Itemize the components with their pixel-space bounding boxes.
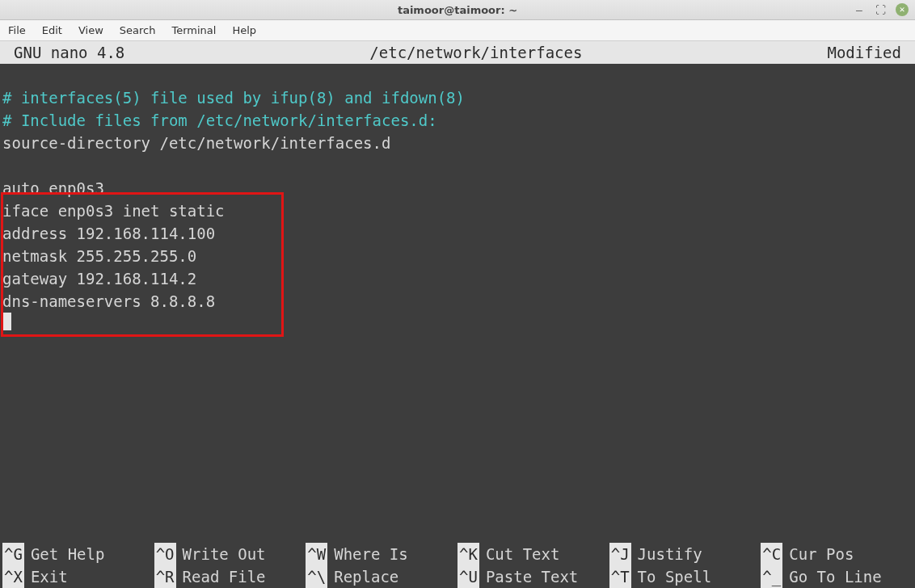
nano-app-title: GNU nano 4.8: [2, 41, 124, 64]
editor-content[interactable]: # interfaces(5) file used by ifup(8) and…: [0, 64, 915, 336]
window-titlebar: taimoor@taimoor: ~ – ⛶ ✕: [0, 0, 915, 20]
close-button[interactable]: ✕: [896, 3, 909, 16]
shortcut-read-file[interactable]: ^RRead File: [154, 565, 306, 588]
menu-view[interactable]: View: [78, 24, 103, 36]
comment-line: # Include files from /etc/network/interf…: [2, 111, 437, 129]
minimize-button[interactable]: –: [854, 4, 865, 15]
menu-terminal[interactable]: Terminal: [171, 24, 216, 36]
shortcut-to-spell[interactable]: ^TTo Spell: [609, 565, 761, 588]
nano-status: Modified: [827, 41, 913, 64]
menu-search[interactable]: Search: [120, 24, 156, 36]
config-line: iface enp0s3 inet static: [2, 202, 225, 220]
config-line: auto enp0s3: [2, 179, 104, 197]
shortcut-exit[interactable]: ^XExit: [2, 565, 154, 588]
shortcut-paste-text[interactable]: ^UPaste Text: [458, 565, 609, 588]
menu-help[interactable]: Help: [232, 24, 256, 36]
config-line: netmask 255.255.255.0: [2, 247, 196, 265]
config-line: source-directory /etc/network/interfaces…: [2, 134, 390, 152]
config-line: gateway 192.168.114.2: [2, 270, 196, 288]
shortcut-replace[interactable]: ^\Replace: [306, 565, 458, 588]
shortcut-row: ^XExit ^RRead File ^\Replace ^UPaste Tex…: [2, 565, 913, 588]
shortcut-cut-text[interactable]: ^KCut Text: [458, 543, 609, 565]
window-title: taimoor@taimoor: ~: [398, 4, 517, 16]
shortcut-where-is[interactable]: ^WWhere Is: [306, 543, 458, 565]
menu-file[interactable]: File: [8, 24, 26, 36]
config-line: address 192.168.114.100: [2, 225, 215, 242]
menu-edit[interactable]: Edit: [42, 24, 62, 36]
shortcut-get-help[interactable]: ^GGet Help: [2, 543, 154, 565]
shortcut-cur-pos[interactable]: ^CCur Pos: [761, 543, 913, 565]
menu-bar: File Edit View Search Terminal Help: [0, 20, 915, 41]
text-cursor: [2, 313, 11, 330]
shortcut-row: ^GGet Help ^OWrite Out ^WWhere Is ^KCut …: [2, 543, 913, 565]
shortcut-justify[interactable]: ^JJustify: [609, 543, 761, 565]
config-line: dns-nameservers 8.8.8.8: [2, 292, 215, 310]
nano-file-path: /etc/network/interfaces: [124, 41, 827, 64]
nano-header: GNU nano 4.8 /etc/network/interfaces Mod…: [0, 41, 915, 64]
maximize-button[interactable]: ⛶: [875, 4, 886, 15]
nano-shortcuts: ^GGet Help ^OWrite Out ^WWhere Is ^KCut …: [0, 543, 915, 588]
comment-line: # interfaces(5) file used by ifup(8) and…: [2, 89, 465, 107]
window-controls: – ⛶ ✕: [854, 3, 909, 16]
terminal-area[interactable]: GNU nano 4.8 /etc/network/interfaces Mod…: [0, 41, 915, 588]
shortcut-go-to-line[interactable]: ^_Go To Line: [761, 565, 913, 588]
shortcut-write-out[interactable]: ^OWrite Out: [154, 543, 306, 565]
